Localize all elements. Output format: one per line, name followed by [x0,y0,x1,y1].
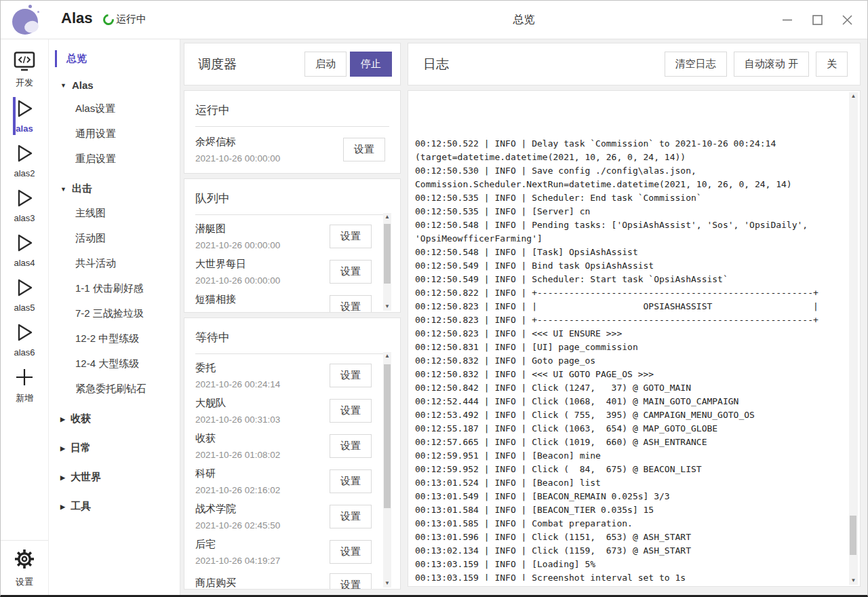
scroll-down-icon[interactable]: ▼ [383,303,391,311]
task-settings-button[interactable]: 设置 [330,573,372,590]
nav-item-coalition[interactable]: 共斗活动 [50,251,180,276]
scroll-up-icon[interactable]: ▲ [383,213,391,221]
scheduler-status: 运行中 [103,13,146,26]
task-next-run-time: 2021-10-26 00:00:00 [195,153,343,163]
autoscroll-off-button[interactable]: 关 [816,52,848,77]
task-name: 后宅 [195,538,330,551]
task-name: 委托 [195,362,330,374]
nav-item-alas-settings[interactable]: Alas设置 [50,96,180,121]
nav-item-map-1-1[interactable]: 1-1 伏击刷好感 [50,276,180,301]
scroll-down-icon[interactable]: ▼ [849,577,858,585]
log-output: 00:12:50.522 | INFO | Delay task `Commis… [415,96,844,581]
nav-item-general-settings[interactable]: 通用设置 [50,121,180,147]
log-line: 00:12:50.549 | INFO | Scheduler: Start t… [415,273,844,286]
log-line: 00:13:01.596 | INFO | Click (1151, 653) … [415,531,844,544]
rail-item-alas[interactable]: alas [13,94,36,138]
rail-item-settings[interactable]: 设置 [1,540,48,595]
task-settings-button[interactable]: 设置 [330,505,372,528]
nav-item-map-7-2[interactable]: 7-2 三战捡垃圾 [50,301,180,326]
close-icon[interactable] [836,9,858,31]
main-content: 调度器 启动 停止 运行中 余烬信标 2021-10-26 00:00:00 设… [180,39,867,595]
nav-item-alas-group[interactable]: ▼Alas [50,74,180,96]
task-row: 后宅 2021-10-26 04:19:27 设置 [195,538,372,566]
scrollbar-thumb[interactable] [850,516,856,555]
nav-item-label: 活动图 [75,232,106,245]
nav-item-os-group[interactable]: ▶大世界 [50,465,180,489]
nav-item-label: 共斗活动 [75,257,116,270]
nav-item-campaign-group[interactable]: ▼出击 [50,177,180,201]
nav-item-daily-group[interactable]: ▶日常 [50,436,180,460]
nav-item-urgent-commission[interactable]: 紧急委托刷钻石 [50,377,180,402]
alas-logo-icon [10,5,43,36]
task-row: 短猫相接 2021-10-26 00:00:00 设置 [195,293,372,313]
waiting-task-list: 委托 2021-10-26 00:24:14 设置 大舰队 2021-10-26… [195,354,400,590]
play-icon [14,98,35,121]
clear-log-button[interactable]: 清空日志 [665,52,727,77]
plus-icon [14,367,35,390]
scroll-down-icon[interactable]: ▼ [383,579,391,588]
log-scrollbar[interactable]: ▲ ▼ [849,92,858,585]
rail-items: 开发alasalas2alas3alas4alas5alas6新增 [13,46,36,409]
chevron-right-icon: ▶ [60,445,65,452]
rail-item-alas4[interactable]: alas4 [13,228,36,273]
task-row: 余烬信标 2021-10-26 00:00:00 设置 [195,136,389,163]
play-icon [14,143,35,166]
task-settings-button[interactable]: 设置 [343,138,385,161]
nav-item-tool-group[interactable]: ▶工具 [50,495,180,518]
scroll-up-icon[interactable]: ▲ [383,352,391,360]
nav-item-restart-settings[interactable]: 重启设置 [50,147,180,172]
nav-item-event-map[interactable]: 活动图 [50,226,180,251]
running-spinner-icon [101,12,117,27]
rail-item-label: alas [16,123,33,134]
task-name: 战术学院 [195,503,330,516]
nav-item-overview[interactable]: 总览 [50,49,180,69]
task-next-run-time: 2021-10-26 00:00:00 [195,311,330,313]
minimize-icon[interactable] [776,9,798,31]
task-settings-button[interactable]: 设置 [330,399,372,423]
scroll-up-icon[interactable]: ▲ [849,92,858,100]
window-controls [776,9,858,31]
page-title: 总览 [180,13,867,27]
rail-item-alas3[interactable]: alas3 [13,183,36,228]
nav-item-map-12-4[interactable]: 12-4 大型练级 [50,351,180,377]
nav-item-label: 收获 [71,412,91,425]
play-icon [14,322,35,345]
log-title: 日志 [423,56,658,73]
nav-item-label: 日常 [71,442,91,455]
task-settings-button[interactable]: 设置 [330,225,372,248]
log-line: 00:13:02.134 | INFO | Click (1159, 673) … [415,544,844,558]
log-line: 00:13:03.159 | INFO | [Loading] 5% [415,558,844,571]
pending-scrollbar[interactable]: ▲ ▼ [383,213,391,311]
task-settings-button[interactable]: 设置 [330,295,372,313]
task-settings-button[interactable]: 设置 [330,260,372,284]
scrollbar-thumb[interactable] [384,224,391,284]
rail-item-alas5[interactable]: alas5 [13,273,36,317]
task-settings-button[interactable]: 设置 [330,434,372,458]
rail-item-alas2[interactable]: alas2 [13,138,36,183]
nav-item-main-map[interactable]: 主线图 [50,201,180,226]
scrollbar-thumb[interactable] [384,364,391,508]
autoscroll-toggle-button[interactable]: 自动滚动 开 [734,52,809,77]
chevron-down-icon: ▼ [60,186,66,193]
stop-button[interactable]: 停止 [350,52,392,77]
nav-item-map-12-2[interactable]: 12-2 中型练级 [50,326,180,351]
app-title: Alas [61,9,92,27]
task-row: 大世界每日 2021-10-26 00:00:00 设置 [195,258,372,286]
rail-item-alas6[interactable]: alas6 [13,317,36,362]
nav-item-label: Alas [72,79,94,91]
task-settings-button[interactable]: 设置 [330,540,372,564]
rail-settings-label: 设置 [16,576,33,588]
log-line: 00:12:50.548 | INFO | Pending tasks: ['O… [415,218,844,246]
rail-item-dev[interactable]: 开发 [13,46,36,94]
task-settings-button[interactable]: 设置 [330,469,372,493]
task-settings-button[interactable]: 设置 [330,364,372,387]
nav-item-reward-group[interactable]: ▶收获 [50,407,180,431]
maximize-icon[interactable] [806,9,828,31]
waiting-scrollbar[interactable]: ▲ ▼ [383,352,391,588]
task-next-run-time: 2021-10-26 00:00:00 [195,275,330,286]
rail-item-add[interactable]: 新增 [13,362,36,409]
play-icon [14,188,35,211]
task-name: 余烬信标 [195,136,343,149]
start-button[interactable]: 启动 [304,52,347,77]
log-line: 00:12:50.535 | INFO | [Server] cn [415,205,844,218]
